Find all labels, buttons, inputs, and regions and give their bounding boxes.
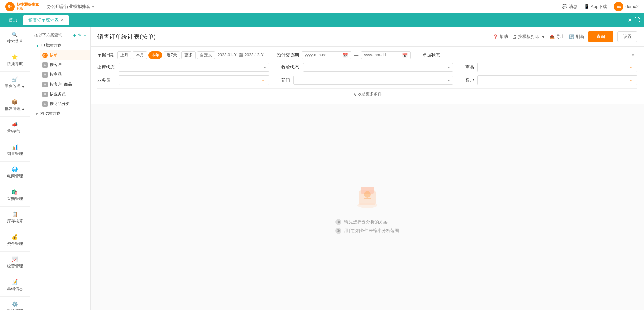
expected-start-input[interactable]	[305, 53, 341, 57]
empty-tip-2: ② 用[过滤]条件来缩小分析范围	[335, 228, 399, 234]
template-print-btn[interactable]: 🖨 按模板打印 ▼	[512, 34, 545, 40]
sidebar: 🔍 搜索菜单 ⭐ 快捷导航 🛒 零售管理 ▼ 📦 批发管理 ▲ 📣 营销推广	[0, 27, 30, 310]
empty-icon	[351, 180, 384, 214]
payment-filter-group: 收款状态 ▼	[281, 63, 453, 72]
section-mobile: ▶ 移动端方案	[30, 109, 90, 118]
by-customer-icon: ⊞	[42, 62, 48, 68]
window-close-btn[interactable]: ✕	[628, 17, 632, 23]
customer-filter-group: 客户 ···	[465, 75, 637, 85]
goods-label: 商品	[465, 64, 475, 70]
tree-node-by-product[interactable]: ⊞ 按商品	[40, 70, 90, 80]
expected-date-start[interactable]: 📅	[302, 51, 351, 59]
expected-end-input[interactable]	[364, 53, 401, 57]
sidebar-item-basic[interactable]: 📝 基础信息	[0, 274, 30, 297]
tip-1-num: ①	[335, 219, 341, 225]
app-download-action[interactable]: 📱 App下载	[584, 4, 607, 10]
tree-node-by-salesperson[interactable]: ▦ 按业务员	[40, 89, 90, 99]
refresh-icon: 🔄	[569, 34, 574, 39]
tree-node-by-cust-prod[interactable]: ⊞ 按客户+商品	[40, 80, 90, 89]
refresh-btn[interactable]: 🔄 刷新	[569, 34, 584, 40]
date-end-display: 2023-12-31	[245, 53, 265, 57]
panel-edit-btn[interactable]: ✎	[78, 33, 82, 38]
shortcut-custom[interactable]: 自定义	[197, 51, 215, 59]
tree-node-by-order[interactable]: 按 按单	[40, 50, 90, 60]
sidebar-item-operation[interactable]: 📈 经营管理	[0, 252, 30, 274]
export-btn[interactable]: 📤 导出	[549, 34, 565, 40]
mobile-section-label: 移动端方案	[40, 111, 60, 116]
sidebar-item-ecom[interactable]: 🌐 电商管理	[0, 162, 30, 184]
sidebar-label-operation: 经营管理	[7, 263, 23, 269]
app-download-icon: 📱	[584, 4, 589, 9]
expected-end-cal-icon: 📅	[402, 53, 408, 58]
shortcut-nav-icon: ⭐	[12, 54, 18, 60]
left-panel: 按以下方案查询 + ✎ « ▼ 电脑端方案 按 按单	[30, 27, 91, 310]
delivery-select[interactable]	[119, 63, 269, 72]
tree-section-mobile[interactable]: ▶ 移动端方案	[30, 109, 90, 118]
sidebar-item-inventory[interactable]: 📋 库存核算	[0, 207, 30, 229]
sidebar-item-purchase[interactable]: 🛍️ 采购管理	[0, 184, 30, 207]
shortcut-this-year[interactable]: 本年	[148, 51, 162, 59]
shortcut-last-7[interactable]: 近7天	[164, 51, 180, 59]
sidebar-item-retail[interactable]: 🛒 零售管理 ▼	[0, 72, 30, 94]
date-range-display: 2023-01-01 至 2023-12-31	[218, 52, 265, 58]
page-header-actions: ❓ 帮助 🖨 按模板打印 ▼ 📤 导出 🔄 刷新	[493, 31, 637, 42]
export-icon: 📤	[549, 34, 555, 39]
sidebar-item-sales[interactable]: 📊 销售管理	[0, 139, 30, 162]
user-area[interactable]: Ea demo2	[614, 2, 639, 11]
sidebar-item-shortcut[interactable]: ⭐ 快捷导航	[0, 49, 30, 72]
inventory-nav-icon: 📋	[12, 211, 18, 217]
sidebar-item-wholesale[interactable]: 📦 批发管理 ▲	[0, 94, 30, 117]
shortcut-this-month[interactable]: 本月	[133, 51, 147, 59]
message-label: 消息	[569, 4, 577, 10]
tab-home[interactable]: 首页	[4, 15, 22, 25]
wholesale-label-area: 批发管理 ▲	[5, 106, 25, 112]
shortcut-more[interactable]: 更多	[181, 51, 196, 59]
dept-select[interactable]	[293, 76, 453, 85]
by-customer-label: 按客户	[50, 62, 62, 68]
date-start-display: 2023-01-01	[218, 53, 238, 57]
query-button[interactable]: 查询	[588, 31, 613, 42]
panel-collapse-btn[interactable]: «	[84, 33, 86, 38]
message-icon: 💬	[562, 4, 567, 9]
system-nav-icon: ⚙️	[12, 301, 18, 307]
expected-date-label: 预计交货期	[277, 52, 299, 58]
top-bar-left: 好 畅捷通好生意 标报 办公用品行业模拟账套 ▾	[5, 2, 94, 11]
filter-row-1: 单据日期 上月 本月 本年 近7天 更多 自定义 2023-01-01 至	[97, 51, 637, 59]
sidebar-label-search: 搜索菜单	[7, 39, 23, 44]
page-title: 销售订单统计表(按单)	[97, 33, 156, 41]
tree-node-by-category[interactable]: ⊞ 按商品分类	[40, 99, 90, 109]
expected-date-end[interactable]: 📅	[361, 51, 411, 59]
collapse-more-conditions[interactable]: ∧ 收起更多条件	[97, 88, 637, 100]
sidebar-label-inventory: 库存核算	[7, 218, 23, 224]
help-btn[interactable]: ❓ 帮助	[493, 34, 508, 40]
shortcut-last-month[interactable]: 上月	[117, 51, 131, 59]
sidebar-item-system[interactable]: ⚙️ 系统管理	[0, 297, 30, 310]
status-select[interactable]	[443, 51, 637, 59]
panel-add-btn[interactable]: +	[73, 33, 76, 38]
window-maximize-btn[interactable]: ⛶	[635, 17, 640, 23]
sales-nav-icon: 📊	[12, 144, 18, 150]
tree-section-desktop[interactable]: ▼ 电脑端方案	[30, 41, 90, 50]
sidebar-item-finance[interactable]: 💰 资金管理	[0, 229, 30, 252]
payment-select-wrapper: ▼	[303, 63, 453, 72]
tab-close-icon[interactable]: ✕	[61, 18, 64, 22]
refresh-label: 刷新	[576, 34, 584, 40]
goods-input[interactable]: ···	[477, 63, 637, 72]
filter-row-3: 业务员 ··· 部门 ▼	[97, 75, 637, 85]
sidebar-item-search[interactable]: 🔍 搜索菜单	[0, 27, 30, 49]
sidebar-item-marketing[interactable]: 📣 营销推广	[0, 117, 30, 139]
ecom-nav-icon: 🌐	[12, 166, 18, 172]
empty-tip-1: ① 请先选择要分析的方案	[335, 219, 399, 225]
payment-select[interactable]	[303, 63, 453, 72]
help-icon: ❓	[493, 34, 498, 39]
tab-sales-order[interactable]: 销售订单统计表 ✕	[23, 15, 69, 25]
salesperson-input[interactable]: ···	[119, 75, 269, 85]
breadcrumb-dropdown-icon[interactable]: ▾	[92, 4, 94, 9]
tree-node-by-customer[interactable]: ⊞ 按客户	[40, 60, 90, 70]
retail-label-area: 零售管理 ▼	[5, 84, 25, 89]
customer-input[interactable]: ···	[477, 75, 637, 85]
settings-button[interactable]: 设置	[617, 31, 637, 42]
content-area: 按以下方案查询 + ✎ « ▼ 电脑端方案 按 按单	[30, 27, 644, 310]
goods-filter-group: 商品 ···	[465, 63, 637, 72]
message-action[interactable]: 💬 消息	[562, 4, 577, 10]
